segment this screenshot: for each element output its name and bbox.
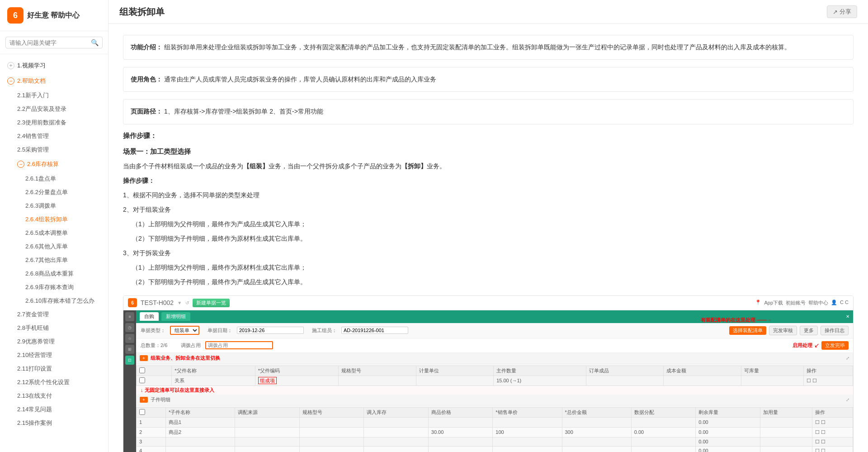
mock-cell-ops: ☐ ☐ — [804, 376, 853, 385]
sidebar-item-215[interactable]: 2.15操作案例 — [0, 416, 108, 430]
table-row: 关系 组成项 15.00 (→1) ☐ ☐ — [137, 376, 853, 385]
mock-save-area: 启用处理 ↙ 立发完毕 — [793, 341, 849, 350]
mock-type-select[interactable]: 组装单 拆卸单 — [170, 326, 199, 335]
mock-col-checkbox — [137, 366, 172, 376]
sidebar-item-24[interactable]: 2.4销售管理 — [0, 129, 108, 143]
mock-ui: 6 TEST-H002 ▼ ↺ 新建单据一览 📍 App下载 初始账号 帮助中心… — [123, 296, 853, 452]
mock-select-config-btn[interactable]: 选择装配清单 — [729, 326, 766, 335]
mock-cell-unit — [416, 376, 494, 385]
mock-type-label: 单据类型： — [141, 327, 165, 334]
sidebar-item-video[interactable]: + 1.视频学习 — [0, 58, 108, 73]
mock-select-all[interactable] — [139, 367, 145, 373]
sidebar-item-25[interactable]: 2.5采购管理 — [0, 143, 108, 157]
sidebar-item-262[interactable]: 2.6.2分量盘点单 — [0, 186, 108, 199]
step-2-1: （1）上部明细为父件明细，最终作为产成品生成其它入库单； — [123, 218, 854, 230]
mock-id: TEST-H002 — [141, 299, 174, 306]
sidebar-item-22[interactable]: 2.2产品安装及登录 — [0, 102, 108, 116]
switch-annotation: 组装业务、拆卸业务在这里切换 — [151, 355, 220, 362]
sidebar-item-214[interactable]: 2.14常见问题 — [0, 403, 108, 416]
mock-main-content: 自购 新增明细 ✕ 单据类型： 组装单 拆卸单 — [136, 310, 853, 452]
mock-lower-section: + 子件明细 ⤢ *子件名称 调配来源 规 — [136, 395, 853, 452]
sidebar-item-267[interactable]: 2.6.7其他出库单 — [0, 253, 108, 267]
mock-left-icon-4: ⊞ — [125, 345, 134, 354]
role-label: 使用角色： — [131, 76, 162, 83]
mock-col-cost: 成本金额 — [664, 366, 741, 376]
mock-ops-btn[interactable]: 操作日志 — [821, 326, 849, 335]
mock-new-btn[interactable]: 新建单据一览 — [193, 299, 230, 307]
mock-upper-section: + 组装业务、拆卸业务在这里切换 ⤢ *父件名称 *父件编码 — [136, 353, 853, 386]
mock-lower-header: + 子件明细 ⤢ — [136, 395, 853, 405]
mock-location-icon: 📍 — [755, 300, 761, 306]
sidebar-item-docs[interactable]: − 2.帮助文档 — [0, 73, 108, 89]
sidebar-item-docs-label: 2.帮助文档 — [17, 77, 46, 85]
mock-cell-cost — [664, 376, 741, 385]
top-bar: 组装拆卸单 ↗ 分享 — [108, 0, 868, 24]
mock-lower-col-action: 操作 — [812, 407, 853, 417]
search-area: 🔍 — [0, 31, 108, 54]
mock-dropdown-icon: ▼ — [177, 300, 182, 305]
sidebar-item-211[interactable]: 2.11打印设置 — [0, 362, 108, 376]
mock-lower-col-unit-price: *销售单价 — [493, 407, 562, 417]
sidebar-item-265[interactable]: 2.6.5成本调整单 — [0, 226, 108, 240]
mock-cell-qty: 15.00 (→1) — [494, 376, 586, 385]
mock-lower-header-text: 子件明细 — [151, 396, 170, 403]
mock-date-input[interactable] — [237, 327, 304, 334]
mock-tab-new[interactable]: 新增明细 — [161, 312, 190, 321]
sidebar-item-2610[interactable]: 2.6.10库存账本错了怎么办 — [0, 294, 108, 308]
screenshot-container: 6 TEST-H002 ▼ ↺ 新建单据一览 📍 App下载 初始账号 帮助中心… — [123, 295, 854, 452]
sidebar-item-26-label: 2.6库存核算 — [27, 160, 59, 168]
search-box[interactable]: 🔍 — [5, 37, 103, 48]
sidebar-item-269[interactable]: 2.6.9库存账本查询 — [0, 281, 108, 294]
mock-confirm-btn[interactable]: 完发审核 — [769, 326, 797, 335]
logo-area: 6 好生意 帮助中心 — [0, 0, 108, 31]
sidebar-item-23[interactable]: 2.3使用前数据准备 — [0, 116, 108, 129]
nav-area: + 1.视频学习 − 2.帮助文档 2.1新手入门 2.2产品安装及登录 2.3… — [0, 54, 108, 452]
mock-col-parent-code: *父件编码 — [255, 366, 338, 376]
step-2: 2、对于组装业务 — [123, 203, 854, 216]
mock-form-wrapper: 单据类型： 组装单 拆卸单 单据日期： 施工组员： 选择装 — [136, 323, 853, 338]
mock-location-input[interactable] — [205, 341, 273, 349]
sidebar-item-210[interactable]: 2.10经营管理 — [0, 348, 108, 362]
scene-title: 场景一：加工类型选择 — [123, 147, 854, 156]
mock-save-btn[interactable]: 立发完毕 — [821, 341, 849, 350]
mock-more-btn[interactable]: 更多 — [800, 326, 818, 335]
mock-tab-self[interactable]: 自购 — [140, 312, 159, 321]
sidebar-item-26[interactable]: − 2.6库存核算 — [0, 157, 108, 172]
intro-block: 功能介绍： 组装拆卸单用来处理企业组装或拆卸等加工业务，支持有固定装配清单的产品… — [123, 35, 854, 60]
mock-upper-header: + 组装业务、拆卸业务在这里切换 ⤢ — [136, 353, 853, 364]
mock-cell-spec — [339, 376, 416, 385]
path-text: 1、库存核算->库存管理->组装拆卸单 2、首页->常用功能 — [164, 108, 323, 115]
intro-text: 组装拆卸单用来处理企业组装或拆卸等加工业务，支持有固定装配清单的产品加工业务，也… — [164, 43, 791, 51]
mock-upper-expand-icon: ⤢ — [846, 356, 849, 361]
mock-close-icon[interactable]: ✕ — [846, 314, 849, 319]
search-input[interactable] — [9, 39, 91, 46]
sidebar-item-21[interactable]: 2.1新手入门 — [0, 89, 108, 102]
mock-lower-col-spec: 规格型号 — [299, 407, 364, 417]
sidebar-item-28[interactable]: 2.8手机旺铺 — [0, 321, 108, 335]
sidebar-item-29[interactable]: 2.9优惠券管理 — [0, 335, 108, 348]
mock-date-label: 单据日期： — [208, 327, 232, 334]
sidebar-item-212[interactable]: 2.12系统个性化设置 — [0, 376, 108, 389]
mock-lower-col-alloc: 数据分配 — [631, 407, 696, 417]
mock-add-upper-btn[interactable]: + — [140, 355, 148, 361]
table-row: 1 商品1 0.00 ☐ ☐ — [137, 417, 853, 427]
mock-avatar-icon: 👤 — [831, 300, 837, 306]
sidebar-item-27[interactable]: 2.7资金管理 — [0, 308, 108, 321]
sidebar-item-213[interactable]: 2.13在线支付 — [0, 389, 108, 403]
mock-cell-name: 关系 — [172, 376, 255, 385]
sidebar-item-263[interactable]: 2.6.3调拨单 — [0, 199, 108, 213]
sidebar-item-266[interactable]: 2.6.6其他入库单 — [0, 240, 108, 253]
direct-annotation: ↓ 无固定清单可以在这里直接录入 — [136, 386, 853, 395]
search-icon[interactable]: 🔍 — [91, 39, 99, 46]
sidebar-item-268[interactable]: 2.6.8商品成本重算 — [0, 267, 108, 281]
share-button[interactable]: ↗ 分享 — [827, 5, 857, 18]
process-annotation: 启用处理 — [793, 342, 812, 349]
mock-num-input[interactable] — [341, 327, 408, 334]
intro-label: 功能介绍： — [131, 43, 162, 51]
sidebar-item-264[interactable]: 2.6.4组装拆卸单 — [0, 213, 108, 226]
collapse-26-icon: − — [17, 161, 24, 168]
step-3-2: （2）下部明细为子件明细，最终作为产成品生成其它入库单。 — [123, 276, 854, 288]
mock-add-lower-btn[interactable]: + — [140, 397, 148, 403]
sidebar-item-261[interactable]: 2.6.1盘点单 — [0, 172, 108, 186]
ops-steps-title: 操作步骤： — [123, 174, 854, 187]
